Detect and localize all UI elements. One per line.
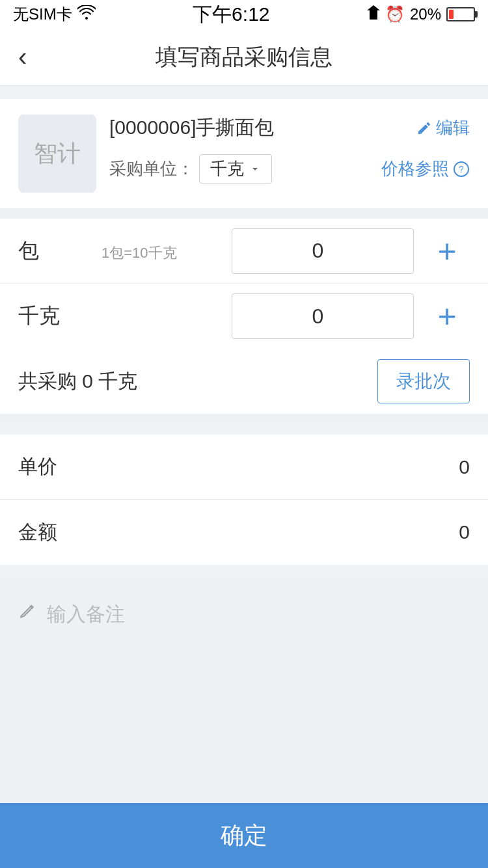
battery-percent: 20% [410, 5, 441, 23]
remark-placeholder: 输入备注 [47, 601, 125, 628]
unit-price-row: 单价 0 [0, 435, 488, 500]
status-time: 下午6:12 [193, 1, 269, 28]
batch-button[interactable]: 录批次 [377, 359, 470, 403]
price-section: 单价 0 金额 0 [0, 435, 488, 565]
alarm-icon: ⏰ [385, 5, 405, 23]
product-image: 智计 [18, 115, 96, 193]
carrier-label: 无SIM卡 [13, 4, 72, 25]
kg-input-row: 千克 + [0, 284, 488, 349]
price-ref-button[interactable]: 价格参照 ? [381, 157, 470, 180]
unit-price-label: 单价 [18, 454, 57, 480]
product-card: 智计 [0000006]手撕面包 编辑 采购单位： 千克 [0, 99, 488, 208]
kg-label: 千克 [18, 302, 96, 331]
unit-price-value: 0 [459, 456, 470, 478]
bag-label-group: 包 1包=10千克 [18, 237, 177, 265]
status-bar-left: 无SIM卡 [13, 4, 96, 25]
bag-input-row: 包 1包=10千克 + [0, 219, 488, 284]
section-divider-2 [0, 414, 488, 424]
back-button[interactable]: ‹ [18, 42, 27, 72]
page-title: 填写商品采购信息 [156, 42, 332, 72]
wifi-icon [77, 5, 96, 23]
input-section: 包 1包=10千克 + 千克 + [0, 219, 488, 349]
battery-icon [446, 7, 475, 21]
summary-text: 共采购 0 千克 [18, 368, 137, 395]
status-bar: 无SIM卡 下午6:12 ⏰ 20% [0, 0, 488, 29]
amount-row: 金额 0 [0, 500, 488, 565]
remark-section[interactable]: 输入备注 [0, 575, 488, 653]
unit-select[interactable]: 千克 [199, 154, 272, 183]
svg-text:?: ? [459, 164, 464, 174]
bag-plus-button[interactable]: + [424, 228, 470, 274]
confirm-button[interactable]: 确定 [221, 820, 267, 852]
location-icon [367, 5, 380, 23]
confirm-bar[interactable]: 确定 [0, 803, 488, 868]
kg-plus-button[interactable]: + [424, 293, 470, 339]
product-name: [0000006]手撕面包 [109, 115, 274, 141]
product-name-row: [0000006]手撕面包 编辑 [109, 115, 470, 141]
bag-input[interactable] [232, 228, 414, 274]
product-unit-row: 采购单位： 千克 价格参照 ? [109, 154, 470, 183]
kg-label-group: 千克 [18, 302, 96, 331]
nav-bar: ‹ 填写商品采购信息 [0, 29, 488, 86]
status-bar-right: ⏰ 20% [367, 5, 475, 23]
bag-sub-label: 1包=10千克 [102, 243, 177, 263]
amount-label: 金额 [18, 519, 57, 546]
unit-label: 采购单位： [109, 157, 194, 180]
kg-field-wrapper: + [96, 293, 470, 339]
product-info: [0000006]手撕面包 编辑 采购单位： 千克 价格参照 [109, 115, 470, 183]
bag-label: 包 [18, 237, 96, 265]
edit-button[interactable]: 编辑 [416, 116, 470, 139]
pencil-icon [18, 602, 38, 627]
bag-field-wrapper: + [177, 228, 470, 274]
product-logo: 智计 [34, 138, 81, 170]
section-divider-1 [0, 208, 488, 219]
kg-input[interactable] [232, 293, 414, 339]
summary-row: 共采购 0 千克 录批次 [0, 349, 488, 414]
amount-value: 0 [459, 521, 470, 543]
